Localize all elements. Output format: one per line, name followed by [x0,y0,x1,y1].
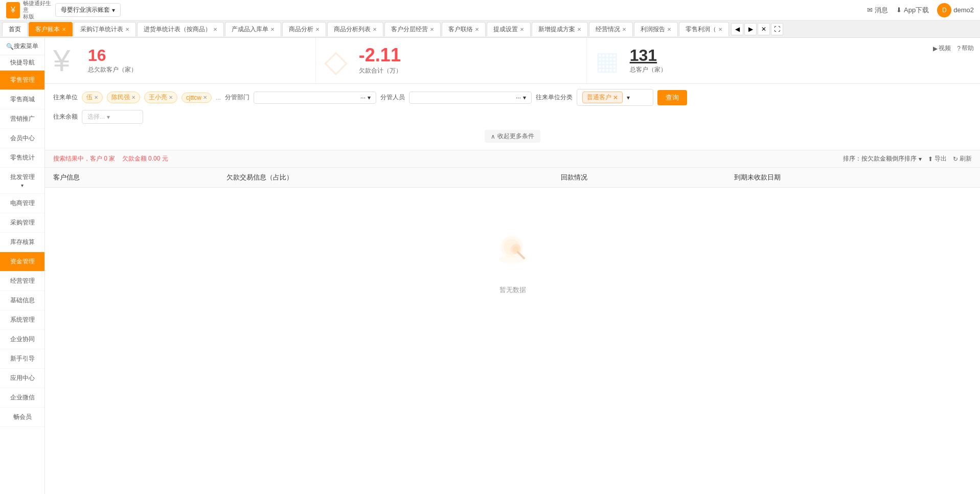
tab-close-icon[interactable]: ✕ [475,27,479,32]
person-select[interactable]: ··· ▾ [409,92,532,104]
tab-stock-stats[interactable]: 进货单统计表（按商品） ✕ [137,22,224,36]
tab-close-all-button[interactable]: ✕ [758,23,770,35]
remove-unit3-icon[interactable]: ✕ [169,95,173,100]
tab-close-icon[interactable]: ✕ [430,27,434,32]
empty-text: 暂无数据 [499,285,526,295]
tab-bar: 首页 客户账本 ✕ 采购订单统计表 ✕ 进货单统计表（按商品） ✕ 产成品入库单… [0,20,980,38]
tab-close-icon[interactable]: ✕ [125,27,129,32]
tab-close-icon[interactable]: ✕ [622,27,626,32]
help-button[interactable]: ? 帮助 [957,44,974,53]
stat-icon-building: ▦ [595,46,619,76]
tab-close-icon[interactable]: ✕ [577,27,581,32]
sidebar-item-retail[interactable]: 零售管理 [0,71,44,90]
tab-close-icon[interactable]: ✕ [667,27,671,32]
tab-next-button[interactable]: ▶ [744,23,757,35]
export-button[interactable]: ⬆ 导出 [928,154,947,163]
sidebar-item-new-guide[interactable]: 新手引导 [0,349,44,369]
sidebar-item-member-plus[interactable]: 畅会员 [0,408,44,427]
sort-select[interactable]: 排序：按欠款金额倒序排序 ▾ [843,154,922,163]
filter-tag-unit4: cjttcw ✕ [181,93,212,103]
sidebar-item-purchase[interactable]: 采购管理 [0,213,44,233]
tab-close-icon[interactable]: ✕ [520,27,524,32]
tab-profit-report[interactable]: 利润报告 ✕ [634,22,678,36]
remove-unit2-icon[interactable]: ✕ [131,95,135,100]
tab-customer-layer[interactable]: 客户分层经营 ✕ [384,22,441,36]
tab-retail-profit[interactable]: 零售利润（ ✕ [679,22,729,36]
balance-input[interactable]: 选择... ▾ [82,110,143,124]
tab-home[interactable]: 首页 [2,22,28,36]
sidebar-item-app-center[interactable]: 应用中心 [0,369,44,388]
top-bar-right: ✉ 消息 ⬇ App下载 D demo2 [867,3,974,17]
sidebar-quick-nav[interactable]: 快捷导航 [0,55,44,71]
stat-number-debt: -2.11 [359,46,402,64]
tab-close-icon[interactable]: ✕ [62,27,66,32]
sidebar-item-inventory[interactable]: 库存核算 [0,233,44,252]
sidebar-item-wholesale[interactable]: 批发管理 ▾ [0,168,44,194]
tab-prompt-settings[interactable]: 提成设置 ✕ [487,22,531,36]
chevron-down-icon: ▾ [627,94,630,101]
tab-accounts[interactable]: 客户账本 ✕ [29,22,73,36]
tab-close-icon[interactable]: ✕ [373,27,377,32]
tab-product-analysis-list[interactable]: 商品分析列表 ✕ [327,22,383,36]
refresh-icon: ↻ [953,155,958,163]
tab-fullscreen-button[interactable]: ⛶ [771,23,783,35]
results-info: 搜索结果中，客户 0 家 欠款金额 0.00 元 [53,154,168,163]
sidebar-item-retail-stats[interactable]: 零售统计 [0,148,44,168]
filter-tag-unit2: 陈民强 ✕ [107,92,140,103]
tab-purchase-orders[interactable]: 采购订单统计表 ✕ [74,22,136,36]
tab-product-stock[interactable]: 产成品入库单 ✕ [225,22,281,36]
sidebar-item-enterprise-agreement[interactable]: 企业协同 [0,330,44,349]
sidebar-item-operations[interactable]: 经营管理 [0,272,44,291]
avatar: D [937,3,951,17]
export-icon: ⬆ [928,155,933,163]
tab-prev-button[interactable]: ◀ [731,23,743,35]
table-container: 客户信息 欠款交易信息（占比） 回款情况 到期未收款日期 [45,168,980,494]
remove-unit1-icon[interactable]: ✕ [94,95,98,100]
content-area: ¥ 16 总欠款客户（家） ◇ -2.11 欠款合计（万） ▦ [45,38,980,494]
stat-block-customers: ¥ 16 总欠款客户（家） [45,38,316,83]
tab-operations[interactable]: 经营情况 ✕ [589,22,633,36]
dept-select[interactable]: ··· ▾ [254,92,376,104]
sidebar-item-marketing[interactable]: 营销推广 [0,109,44,129]
tab-new-prompt[interactable]: 新增提成方案 ✕ [532,22,588,36]
sidebar-item-system[interactable]: 系统管理 [0,310,44,330]
category-tag: 普通客户 ✕ [582,92,623,103]
tab-close-icon[interactable]: ✕ [315,27,320,32]
results-bar: 搜索结果中，客户 0 家 欠款金额 0.00 元 排序：按欠款金额倒序排序 ▾ … [45,150,980,168]
stat-block-debt: ◇ -2.11 欠款合计（万） [316,38,587,83]
remove-unit4-icon[interactable]: ✕ [203,95,207,100]
remove-category-icon[interactable]: ✕ [613,94,618,101]
query-button[interactable]: 查询 [657,90,687,105]
tab-product-analysis[interactable]: 商品分析 ✕ [282,22,326,36]
sidebar-item-finance[interactable]: 资金管理 [0,252,44,272]
tab-close-icon[interactable]: ✕ [213,27,217,32]
category-select[interactable]: 普通客户 ✕ ▾ [577,89,653,106]
workspace-selector[interactable]: 母婴行业演示账套 ▾ [55,3,121,17]
download-icon: ⬇ [896,6,902,14]
tab-close-icon[interactable]: ✕ [718,27,722,32]
top-bar-left: ¥ 畅捷通好生意 标版 母婴行业演示账套 ▾ [6,0,121,20]
category-label: 往来单位分类 [536,93,573,102]
stat-text-customers: 16 总欠款客户（家） [88,47,137,74]
video-button[interactable]: ▶ 视频 [933,44,951,53]
collapse-button[interactable]: ∧ 收起更多条件 [485,130,540,143]
sidebar-item-retail-mall[interactable]: 零售商城 [0,90,44,109]
logo-text: 畅捷通好生意 标版 [23,0,51,20]
video-icon: ▶ [933,45,938,52]
sidebar-item-ecommerce[interactable]: 电商管理 [0,194,44,213]
app-download-button[interactable]: ⬇ App下载 [896,6,929,15]
stat-icon-diamond: ◇ [324,43,348,79]
messages-button[interactable]: ✉ 消息 [867,6,888,15]
tab-close-icon[interactable]: ✕ [270,27,275,32]
sidebar-item-member[interactable]: 会员中心 [0,129,44,148]
chevron-down-icon: ▾ [107,114,110,121]
sidebar-item-basic-info[interactable]: 基础信息 [0,291,44,310]
dept-label: 分管部门 [225,93,249,102]
tab-customer-contact[interactable]: 客户联络 ✕ [442,22,486,36]
sidebar-item-enterprise-wechat[interactable]: 企业微信 [0,388,44,408]
user-menu[interactable]: D demo2 [937,3,974,17]
filter-more-btn[interactable]: ... [216,94,221,101]
empty-icon [492,229,533,279]
refresh-button[interactable]: ↻ 刷新 [953,154,972,163]
sidebar-search[interactable]: 🔍 搜索菜单 [0,38,44,55]
